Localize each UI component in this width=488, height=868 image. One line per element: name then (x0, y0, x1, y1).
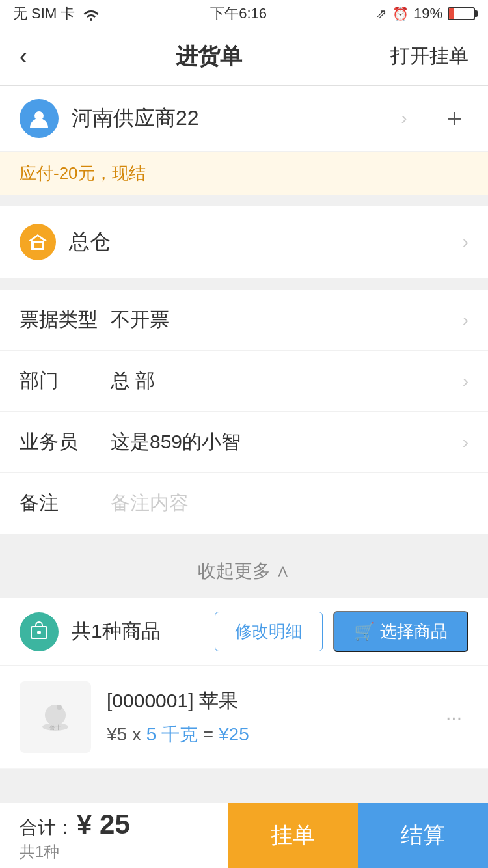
avatar-icon (27, 107, 51, 130)
svg-text:兽十: 兽十 (49, 724, 61, 731)
warehouse-name: 总仓 (69, 228, 463, 256)
invoice-chevron-icon: › (463, 310, 468, 331)
product-code: [0000001] (107, 690, 193, 711)
warehouse-chevron-icon: › (463, 232, 468, 252)
department-value: 总 部 (111, 368, 463, 394)
battery-fill (449, 8, 454, 19)
warehouse-icon-wrap (20, 224, 56, 260)
total-count: 共1种 (20, 841, 208, 862)
product-title: 苹果 (199, 690, 238, 711)
thumb-inner: 兽十 (36, 701, 75, 733)
hang-button[interactable]: 挂单 (228, 803, 358, 868)
battery-icon (448, 7, 475, 20)
battery-text: 19% (414, 5, 442, 22)
warehouse-icon (27, 232, 48, 252)
svg-point-2 (37, 631, 41, 634)
invoice-type-label: 票据类型 (20, 306, 111, 333)
department-row[interactable]: 部门 总 部 › (0, 351, 488, 412)
location-icon: ⇗ (376, 6, 387, 21)
salesperson-chevron-icon: › (463, 432, 468, 453)
alarm-icon: ⏰ (392, 6, 409, 21)
invoice-type-value: 不开票 (111, 306, 463, 333)
supplier-avatar (20, 99, 59, 138)
products-count: 共1种商品 (72, 618, 215, 645)
status-right: ⇗ ⏰ 19% (376, 5, 475, 22)
salesperson-value: 这是859的小智 (111, 429, 463, 455)
product-info: [0000001] 苹果 ¥5 x 5 千克 = ¥25 (107, 688, 439, 747)
salesperson-row[interactable]: 业务员 这是859的小智 › (0, 412, 488, 473)
price-value: ¥5 (107, 724, 127, 744)
remark-label: 备注 (20, 490, 111, 517)
time-text: 下午6:16 (210, 4, 267, 23)
total-value: ¥25 (219, 724, 249, 744)
warehouse-row[interactable]: 总仓 › (0, 206, 488, 279)
wifi-icon (81, 7, 101, 21)
supplier-section: 河南供应商22 › + 应付-20元，现结 (0, 86, 488, 195)
select-product-button[interactable]: 🛒 选择商品 (333, 611, 468, 652)
product-thumbnail: 兽十 (20, 681, 91, 753)
status-bar: 无 SIM 卡 下午6:16 ⇗ ⏰ 19% (0, 0, 488, 27)
select-product-label: 选择商品 (380, 620, 448, 643)
supplier-row[interactable]: 河南供应商22 › + (0, 86, 488, 152)
modify-detail-button[interactable]: 修改明细 (215, 612, 323, 651)
salesperson-label: 业务员 (20, 429, 111, 455)
supplier-chevron-icon: › (401, 108, 407, 129)
department-chevron-icon: › (463, 371, 468, 392)
select-icon: 🛒 (354, 621, 375, 642)
collapse-button[interactable]: 收起更多 ∧ (0, 545, 488, 598)
supplier-warning: 应付-20元，现结 (0, 152, 488, 195)
status-left: 无 SIM 卡 (13, 4, 101, 23)
warehouse-section: 总仓 › (0, 206, 488, 279)
nav-bar: ‹ 进货单 打开挂单 (0, 27, 488, 86)
remark-input[interactable]: 备注内容 (111, 490, 468, 517)
page-title: 进货单 (176, 42, 242, 72)
carrier-text: 无 SIM 卡 (13, 4, 75, 23)
products-section: 共1种商品 修改明细 🛒 选择商品 兽十 (0, 598, 488, 769)
svg-point-3 (45, 705, 66, 726)
department-label: 部门 (20, 368, 111, 394)
product-image-placeholder: 兽十 (36, 701, 75, 733)
open-hang-button[interactable]: 打开挂单 (390, 43, 468, 70)
products-header: 共1种商品 修改明细 🛒 选择商品 (0, 598, 488, 666)
product-more-button[interactable]: ··· (439, 699, 468, 735)
supplier-name: 河南供应商22 (72, 104, 401, 133)
quantity-value: 5 (146, 724, 157, 744)
back-button[interactable]: ‹ (20, 43, 27, 70)
remark-row[interactable]: 备注 备注内容 (0, 473, 488, 534)
svg-point-4 (57, 705, 62, 710)
product-name: [0000001] 苹果 (107, 688, 439, 714)
product-item: 兽十 [0000001] 苹果 ¥5 x 5 千克 = ¥25 · (0, 666, 488, 769)
products-icon (29, 621, 49, 642)
settle-button[interactable]: 结算 (358, 803, 488, 868)
footer-total: 合计： ¥ 25 共1种 (0, 809, 228, 862)
product-price: ¥5 x 5 千克 = ¥25 (107, 722, 439, 747)
unit-value: 千克 (161, 724, 198, 744)
form-section: 票据类型 不开票 › 部门 总 部 › 业务员 这是859的小智 › 备注 备注… (0, 290, 488, 534)
footer: 合计： ¥ 25 共1种 挂单 结算 (0, 803, 488, 868)
total-label: 合计： (20, 815, 74, 840)
price-equals: = (203, 724, 219, 744)
products-icon-wrap (20, 612, 59, 651)
price-multiply: x (132, 724, 146, 744)
invoice-type-row[interactable]: 票据类型 不开票 › (0, 290, 488, 351)
content: 河南供应商22 › + 应付-20元，现结 总仓 › 票据类型 不开票 › 部门… (0, 86, 488, 834)
supplier-divider (427, 102, 427, 135)
total-amount: ¥ 25 (77, 809, 130, 840)
add-button[interactable]: + (441, 104, 468, 133)
